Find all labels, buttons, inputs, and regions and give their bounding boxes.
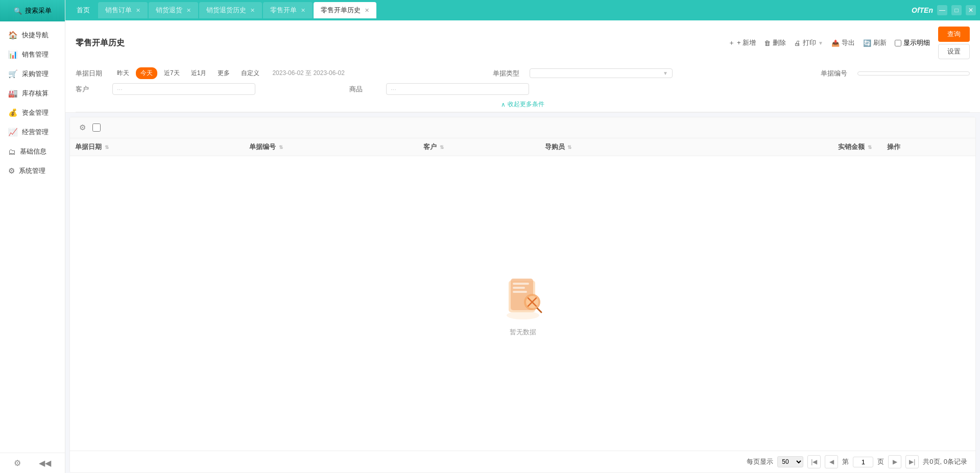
last-page-btn[interactable]: ▶| bbox=[905, 455, 919, 468]
th-no[interactable]: 单据编号 ⇅ bbox=[244, 138, 418, 156]
date-btn-1month[interactable]: 近1月 bbox=[186, 67, 211, 79]
home-icon: 🏠 bbox=[8, 31, 18, 40]
search-bill-btn[interactable]: 🔍 搜索采单 bbox=[0, 0, 65, 21]
tab-sales-order-close[interactable]: ✕ bbox=[136, 7, 140, 14]
refresh-label: 刷新 bbox=[873, 38, 887, 47]
date-btn-custom[interactable]: 自定义 bbox=[236, 67, 264, 79]
brand-label: OfTEn bbox=[912, 6, 933, 14]
date-btn-7days[interactable]: 近7天 bbox=[159, 67, 184, 79]
th-customer-label: 客户 bbox=[423, 143, 437, 151]
sidebar-item-purchase-mgmt[interactable]: 🛒 采购管理 bbox=[0, 64, 65, 84]
refresh-btn[interactable]: 🔄 刷新 bbox=[863, 38, 887, 47]
select-all-checkbox[interactable] bbox=[92, 123, 101, 132]
add-label: + 新增 bbox=[737, 38, 756, 47]
window-maximize-btn[interactable]: □ bbox=[951, 5, 962, 15]
th-salesperson-sort[interactable]: ⇅ bbox=[567, 144, 571, 150]
query-btn[interactable]: 查询 bbox=[938, 27, 970, 42]
first-page-btn[interactable]: |◀ bbox=[807, 455, 821, 468]
refresh-icon: 🔄 bbox=[863, 39, 871, 47]
system-icon: ⚙ bbox=[8, 166, 15, 176]
date-btn-more[interactable]: 更多 bbox=[213, 67, 234, 79]
tab-retail-open-history-close[interactable]: ✕ bbox=[365, 7, 369, 14]
date-btn-today[interactable]: 今天 bbox=[136, 67, 157, 79]
window-minimize-btn[interactable]: — bbox=[937, 5, 947, 15]
sidebar-item-inventory[interactable]: 🏭 库存核算 bbox=[0, 84, 65, 103]
th-date[interactable]: 单据日期 ⇅ bbox=[70, 138, 244, 156]
toolbar: ＋ + 新增 🗑 删除 🖨 打印 ▼ 📤 bbox=[728, 38, 930, 47]
prev-page-btn[interactable]: ◀ bbox=[825, 455, 838, 468]
th-customer-sort[interactable]: ⇅ bbox=[440, 144, 444, 150]
next-page-btn[interactable]: ▶ bbox=[888, 455, 901, 468]
sidebar-item-system-mgmt[interactable]: ⚙ 系统管理 bbox=[0, 161, 65, 181]
add-btn[interactable]: ＋ + 新增 bbox=[728, 38, 756, 47]
sidebar-nav: 🏠 快捷导航 📊 销售管理 🛒 采购管理 🏭 库存核算 💰 资金管理 📈 经营管… bbox=[0, 21, 65, 453]
table-area: ⚙ 单据日期 ⇅ 单据编号 ⇅ bbox=[69, 117, 976, 473]
sidebar-label-inventory: 库存核算 bbox=[22, 89, 49, 98]
settings-btn[interactable]: 设置 bbox=[938, 44, 970, 59]
export-btn[interactable]: 📤 导出 bbox=[831, 38, 855, 47]
main-area: 首页 销售订单 ✕ 销货退货 ✕ 销货退货历史 ✕ 零售开单 ✕ 零售开单历史 … bbox=[65, 0, 980, 473]
base-info-icon: 🗂 bbox=[8, 147, 16, 156]
display-cols-checkbox[interactable] bbox=[895, 40, 901, 46]
sidebar-label-system-mgmt: 系统管理 bbox=[19, 166, 45, 176]
th-amount[interactable]: 实销金额 ⇅ bbox=[687, 138, 882, 156]
tab-sales-order-label: 销售订单 bbox=[105, 6, 132, 15]
sidebar-label-finance: 资金管理 bbox=[22, 108, 49, 117]
page-header: 零售开单历史 ＋ + 新增 🗑 删除 🖨 打印 bbox=[65, 20, 980, 113]
sidebar-item-base-info[interactable]: 🗂 基础信息 bbox=[0, 142, 65, 161]
th-date-label: 单据日期 bbox=[75, 143, 102, 151]
date-btns: 昨天 今天 近7天 近1月 更多 自定义 bbox=[112, 67, 264, 79]
customer-input[interactable]: ··· bbox=[112, 83, 255, 95]
sidebar-item-operations[interactable]: 📈 经营管理 bbox=[0, 122, 65, 142]
th-date-sort[interactable]: ⇅ bbox=[105, 144, 109, 150]
sidebar-bottom: ⚙ ◀◀ bbox=[0, 453, 65, 473]
order-no-input[interactable] bbox=[857, 71, 970, 76]
tab-sales-order[interactable]: 销售订单 ✕ bbox=[98, 2, 148, 18]
sidebar-item-sales-mgmt[interactable]: 📊 销售管理 bbox=[0, 45, 65, 64]
th-salesperson[interactable]: 导购员 ⇅ bbox=[540, 138, 687, 156]
display-cols-label: 显示明细 bbox=[903, 38, 930, 47]
sidebar-label-sales-mgmt: 销售管理 bbox=[22, 50, 49, 59]
th-action-label: 操作 bbox=[887, 143, 900, 151]
page-input[interactable] bbox=[853, 457, 873, 467]
delete-btn[interactable]: 🗑 删除 bbox=[764, 38, 786, 47]
delete-label: 删除 bbox=[773, 38, 786, 47]
pagination-bar: 每页显示 50 100 200 |◀ ◀ 第 页 ▶ ▶| 共0页, 0条记录 bbox=[70, 451, 975, 472]
collapse-bar[interactable]: ∧ 收起更多条件 bbox=[76, 99, 970, 110]
th-amount-label: 实销金额 bbox=[838, 143, 865, 151]
tab-retail-open-history[interactable]: 零售开单历史 ✕ bbox=[314, 2, 376, 18]
page-title: 零售开单历史 bbox=[76, 38, 125, 48]
sidebar-item-quick-nav[interactable]: 🏠 快捷导航 bbox=[0, 26, 65, 45]
order-type-label: 单据类型 bbox=[493, 69, 523, 78]
data-table: 单据日期 ⇅ 单据编号 ⇅ 客户 ⇅ 导购员 ⇅ bbox=[70, 138, 975, 156]
window-close-btn[interactable]: ✕ bbox=[966, 5, 976, 15]
tab-retail-open[interactable]: 零售开单 ✕ bbox=[263, 2, 313, 18]
th-amount-sort[interactable]: ⇅ bbox=[868, 144, 872, 150]
goods-input[interactable]: ··· bbox=[386, 83, 529, 95]
per-page-label: 每页显示 bbox=[747, 457, 773, 466]
search-icon: 🔍 bbox=[14, 7, 22, 15]
page-unit: 页 bbox=[877, 457, 884, 466]
tab-sales-return-close[interactable]: ✕ bbox=[186, 7, 191, 14]
tab-home[interactable]: 首页 bbox=[69, 2, 97, 18]
settings-gear-icon[interactable]: ⚙ bbox=[14, 458, 21, 468]
th-no-sort[interactable]: ⇅ bbox=[279, 144, 283, 150]
tab-retail-open-close[interactable]: ✕ bbox=[301, 7, 305, 14]
print-btn[interactable]: 🖨 打印 ▼ bbox=[794, 38, 823, 47]
finance-icon: 💰 bbox=[8, 108, 18, 117]
sidebar: 🔍 搜索采单 🏠 快捷导航 📊 销售管理 🛒 采购管理 🏭 库存核算 💰 资金管… bbox=[0, 0, 65, 473]
empty-icon bbox=[497, 270, 548, 321]
sidebar-collapse-icon[interactable]: ◀◀ bbox=[39, 458, 51, 468]
tab-sales-return[interactable]: 销货退货 ✕ bbox=[149, 2, 198, 18]
tab-bar: 首页 销售订单 ✕ 销货退货 ✕ 销货退货历史 ✕ 零售开单 ✕ 零售开单历史 … bbox=[65, 0, 980, 20]
tab-sales-return-history[interactable]: 销货退货历史 ✕ bbox=[199, 2, 262, 18]
th-customer[interactable]: 客户 ⇅ bbox=[418, 138, 539, 156]
tab-sales-return-history-close[interactable]: ✕ bbox=[250, 7, 255, 14]
per-page-select[interactable]: 50 100 200 bbox=[777, 456, 803, 467]
table-head: 单据日期 ⇅ 单据编号 ⇅ 客户 ⇅ 导购员 ⇅ bbox=[70, 138, 975, 156]
order-type-select[interactable]: ▼ bbox=[530, 68, 673, 78]
date-btn-yesterday[interactable]: 昨天 bbox=[112, 67, 134, 79]
display-cols-check[interactable]: 显示明细 bbox=[895, 38, 930, 47]
table-settings-icon[interactable]: ⚙ bbox=[75, 120, 89, 135]
sidebar-item-finance[interactable]: 💰 资金管理 bbox=[0, 103, 65, 122]
